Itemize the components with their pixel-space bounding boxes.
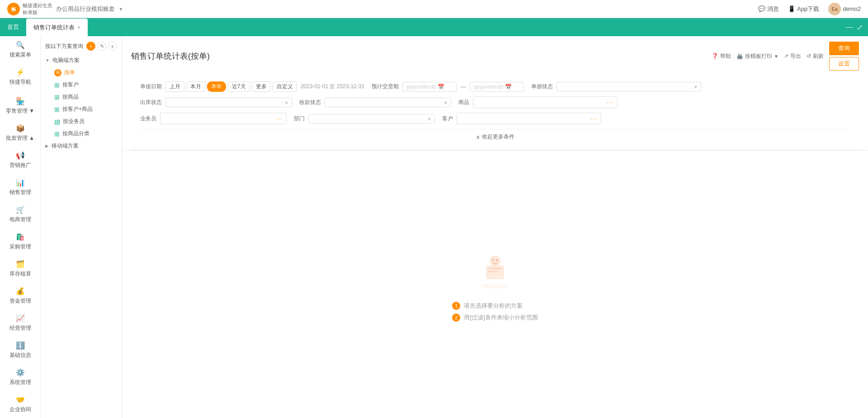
sidebar-item-search[interactable]: 🔍 搜索菜单 (0, 36, 40, 63)
empty-steps: 1 请先选择要分析的方案 2 用[过滤]条件来缩小分析范围 (452, 302, 538, 322)
refresh-button[interactable]: ↺ 刷新 (807, 52, 824, 60)
help-button[interactable]: ❓ 帮助 (712, 52, 731, 60)
collapse-icon: ∧ (476, 134, 480, 140)
query-button[interactable]: 查询 (829, 42, 859, 55)
staff-input[interactable]: ··· (160, 113, 287, 124)
out-status-select[interactable]: ∨ (165, 98, 292, 107)
dept-filter-group: 部门 ∨ (294, 114, 435, 124)
svg-rect-5 (488, 271, 497, 272)
collapse-more-button[interactable]: ∧ 收起更多条件 (140, 129, 850, 144)
print-button[interactable]: 🖨️ 按模板打印 ▼ (736, 52, 778, 60)
scheme-item-by-order[interactable]: 按 按单 (50, 66, 122, 79)
scheme-item-by-category[interactable]: ⊞ 按商品分类 (50, 128, 122, 140)
print-arrow-icon: ▼ (774, 54, 778, 59)
search-icon: 🔍 (16, 41, 25, 49)
message-button[interactable]: 💬 消息 (758, 5, 779, 13)
page-title: 销售订单统计表(按单) (131, 51, 210, 62)
filter-row-1: 单据日期 上月 本月 本年 近7天 更多 自定义 2023-01-01 至 20… (140, 81, 850, 92)
page-actions: ❓ 帮助 🖨️ 按模板打印 ▼ ↗ 导出 ↺ (712, 42, 859, 71)
date-btn-this-year[interactable]: 本年 (207, 81, 226, 92)
tab-home[interactable]: 首页 (0, 18, 26, 36)
sidebar-item-retail[interactable]: 🏪 零售管理 ▼ (0, 92, 40, 119)
app-download-button[interactable]: 📱 App下载 (788, 5, 819, 13)
scheme-pc-items: 按 按单 ⊞ 按客户 ⊞ 按商品 ⊞ 按客户+商品 ▤ 按业务员 (41, 66, 122, 140)
goods-dots-icon: ··· (607, 99, 613, 106)
top-bar-left: 畅 畅捷通好生意 标准版 办公用品行业模拟账套 ▼ (7, 2, 123, 15)
scheme-item-by-customer[interactable]: ⊞ 按客户 (50, 79, 122, 91)
date-label: 单据日期 (140, 83, 162, 90)
scheme-item-by-goods[interactable]: ⊞ 按商品 (50, 91, 122, 103)
customer-input[interactable]: ··· (457, 113, 601, 124)
svg-point-6 (490, 256, 500, 266)
sales-icon: 📊 (16, 178, 25, 187)
sidebar: 🔍 搜索菜单 ⚡ 快捷导航 🏪 零售管理 ▼ 📦 批发管理 ▲ 📢 营销推广 📊… (0, 36, 41, 418)
scheme-collapse-button[interactable]: « (108, 42, 117, 51)
date-btn-more[interactable]: 更多 (252, 81, 271, 92)
calendar-start-icon: 📅 (438, 84, 444, 90)
purchase-icon: 🛍️ (16, 233, 25, 241)
expected-date-end[interactable]: yyyy-mm-dd 📅 (470, 82, 524, 92)
dept-select[interactable]: ∨ (308, 114, 435, 124)
step-1-number: 1 (452, 302, 460, 310)
sidebar-item-ops[interactable]: 📈 经营管理 (0, 309, 40, 337)
sidebar-item-ecom[interactable]: 🛒 电商管理 (0, 201, 40, 228)
sidebar-item-finance[interactable]: 💰 资金管理 (0, 282, 40, 309)
system-icon: ⚙️ (16, 368, 25, 377)
help-icon: ❓ (712, 53, 718, 59)
filter-row-2: 出库状态 ∨ 收款状态 ∨ (140, 96, 850, 108)
date-btn-custom[interactable]: 自定义 (273, 81, 297, 92)
settings-button[interactable]: 设置 (829, 57, 859, 71)
sidebar-item-wholesale[interactable]: 📦 批发管理 ▲ (0, 119, 40, 147)
tab-minimize-button[interactable]: — (846, 23, 853, 31)
tab-close-button[interactable]: × (77, 24, 80, 31)
sidebar-item-quicknav[interactable]: ⚡ 快捷导航 (0, 63, 40, 90)
customer-dots-icon: ··· (590, 115, 597, 122)
status-filter-group: 单据状态 ∨ (531, 82, 701, 91)
date-btn-last-month[interactable]: 上月 (165, 81, 184, 92)
sidebar-item-base[interactable]: ℹ️ 基础信息 (0, 337, 40, 364)
empty-step-2: 2 用[过滤]条件来缩小分析范围 (452, 314, 538, 322)
sidebar-item-purchase[interactable]: 🛍️ 采购管理 (0, 228, 40, 255)
payment-status-select[interactable]: ∨ (325, 98, 451, 107)
ecom-icon: 🛒 (16, 205, 25, 214)
empty-step-1: 1 请先选择要分析的方案 (452, 302, 538, 310)
scheme-item-by-cust-goods[interactable]: ⊞ 按客户+商品 (50, 103, 122, 115)
status-label: 单据状态 (531, 83, 553, 90)
scheme-item-grid-icon4: ⊞ (54, 130, 60, 138)
finance-icon: 💰 (16, 287, 25, 295)
retail-icon: 🏪 (16, 97, 25, 105)
sidebar-item-sales[interactable]: 📊 销售管理 (0, 174, 40, 201)
tab-bar: 首页 销售订单统计表 × — ⤢ (0, 18, 868, 36)
page-title-row: 销售订单统计表(按单) ❓ 帮助 🖨️ 按模板打印 ▼ ↗ (131, 42, 859, 71)
expected-date-group: 预计交货期 yyyy-mm-dd 📅 — yyyy-mm-dd 📅 (372, 82, 524, 92)
tab-maximize-button[interactable]: ⤢ (857, 23, 863, 32)
sidebar-item-coop[interactable]: 🤝 企业协同 (0, 391, 40, 418)
status-select[interactable]: ∨ (557, 82, 701, 91)
message-icon: 💬 (758, 5, 765, 12)
goods-input[interactable]: ··· (473, 96, 618, 108)
scheme-group-mobile[interactable]: ▶ 移动端方案 (41, 140, 122, 152)
page-header: 销售订单统计表(按单) ❓ 帮助 🖨️ 按模板打印 ▼ ↗ (122, 36, 868, 151)
date-range-text: 2023-01-01 至 2023-12-31 (301, 83, 364, 90)
svg-point-2 (481, 283, 509, 289)
out-status-arrow: ∨ (285, 100, 288, 105)
sidebar-item-marketing[interactable]: 📢 营销推广 (0, 147, 40, 174)
svg-text:畅: 畅 (11, 7, 16, 12)
app-dropdown[interactable]: ▼ (118, 6, 123, 12)
expected-date-start[interactable]: yyyy-mm-dd 📅 (402, 82, 457, 92)
scheme-panel: 按以下方案查询 + ✎ « ▼ 电脑端方案 按 按单 ⊞ 按客户 (41, 36, 122, 418)
user-menu[interactable]: Ea demo2 (828, 3, 861, 15)
payment-status-arrow: ∨ (444, 100, 447, 105)
scheme-add-button[interactable]: + (86, 42, 95, 51)
logo-text: 畅捷通好生意 标准版 (23, 2, 52, 15)
sidebar-item-system[interactable]: ⚙️ 系统管理 (0, 364, 40, 391)
scheme-item-by-staff[interactable]: ▤ 按业务员 (50, 115, 122, 128)
date-btn-last-7days[interactable]: 近7天 (228, 81, 250, 92)
tab-sales-order-stats[interactable]: 销售订单统计表 × (26, 19, 88, 37)
export-button[interactable]: ↗ 导出 (784, 52, 801, 60)
sidebar-item-inventory[interactable]: 🗂️ 库存核算 (0, 255, 40, 282)
date-btn-this-month[interactable]: 本月 (186, 81, 205, 92)
scheme-group-pc[interactable]: ▼ 电脑端方案 (41, 54, 122, 66)
query-settings-group: 查询 设置 (829, 42, 859, 71)
scheme-edit-button[interactable]: ✎ (97, 42, 106, 51)
